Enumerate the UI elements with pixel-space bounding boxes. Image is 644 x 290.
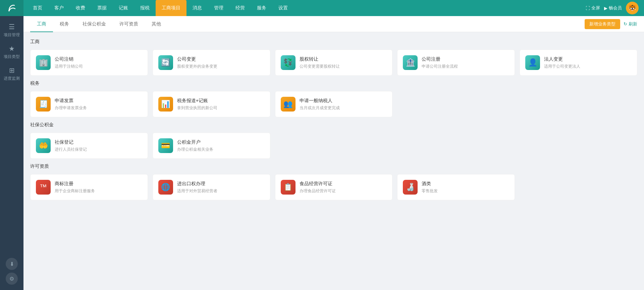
tab-bar: 工商税务社保公积金许可资质其他 新增业务类型 ↻ 刷新 [23, 16, 644, 32]
service-card-进出口权办理[interactable]: 🌐进出口权办理 适用于对外贸易经营者 [153, 174, 270, 200]
nav-menu: 首页客户收费票据记账报税工商项目消息管理经营服务设置 [23, 0, 586, 16]
nav-item-收费[interactable]: 收费 [70, 0, 91, 16]
card-text: 公司注销 适用于注销公司 [55, 56, 142, 69]
tab-许可资质[interactable]: 许可资质 [113, 16, 145, 32]
card-desc: 零售批发 [422, 188, 509, 194]
card-icon: 🍶 [403, 180, 418, 195]
sidebar-icon: ★ [9, 45, 15, 53]
service-card-食品经营许可证[interactable]: 📋食品经营许可证 办理食品经营许可证 [275, 174, 393, 200]
card-text: 公司变更 股权变更外的业务变更 [177, 56, 265, 69]
card-text: 法人变更 适用于公司变更法人 [544, 56, 632, 69]
card-title: 酒类 [422, 181, 509, 187]
card-text: 食品经营许可证 办理食品经营许可证 [300, 181, 387, 194]
sidebar-item-进度监测[interactable]: ⊞ 进度监测 [0, 63, 23, 85]
card-desc: 股权变更外的业务变更 [177, 64, 265, 69]
service-card-社保登记[interactable]: 🤲社保登记 进行人员社保登记 [30, 133, 148, 159]
card-title: 法人变更 [544, 56, 632, 62]
card-icon: 💱 [281, 55, 296, 70]
card-title: 申请一般纳税人 [300, 98, 387, 104]
card-text: 股权转让 公司变更需要股权转让 [300, 56, 387, 69]
card-desc: 申请公司注册全流程 [422, 64, 509, 69]
service-card-公司注册[interactable]: 🏦公司注册 申请公司注册全流程 [397, 50, 515, 76]
nav-item-客户[interactable]: 客户 [48, 0, 70, 16]
card-icon: 🌐 [158, 180, 173, 195]
nav-item-经营[interactable]: 经营 [229, 0, 251, 16]
service-card-股权转让[interactable]: 💱股权转让 公司变更需要股权转让 [275, 50, 393, 76]
nav-item-首页[interactable]: 首页 [27, 0, 48, 16]
card-desc: 适用于对外贸易经营者 [177, 188, 265, 194]
sidebar-label: 项目管理 [4, 32, 20, 38]
card-text: 税务报道+记账 拿到营业执照的新公司 [177, 98, 265, 111]
tab-税务[interactable]: 税务 [53, 16, 76, 32]
nav-item-设置[interactable]: 设置 [272, 0, 294, 16]
service-card-商标注册[interactable]: ™商标注册 用于企业商标注册服务 [30, 174, 148, 200]
sidebar-item-项目管理[interactable]: ☰ 项目管理 [0, 19, 23, 41]
nav-item-管理[interactable]: 管理 [208, 0, 229, 16]
card-title: 进出口权办理 [177, 181, 265, 187]
nav-item-消息[interactable]: 消息 [186, 0, 208, 16]
card-text: 公司注册 申请公司注册全流程 [422, 56, 509, 69]
section-许可资质: 许可资质™商标注册 用于企业商标注册服务🌐进出口权办理 适用于对外贸易经营者📋食… [30, 163, 637, 200]
service-card-申请一般纳税人[interactable]: 👥申请一般纳税人 当月或次月成变更完成 [275, 91, 393, 117]
card-title: 税务报道+记账 [177, 98, 265, 104]
card-desc: 拿到营业执照的新公司 [177, 105, 265, 111]
service-card-酒类[interactable]: 🍶酒类 零售批发 [397, 174, 515, 200]
app-logo[interactable] [0, 0, 23, 16]
member-label: 畅会员 [609, 5, 622, 11]
service-card-申请发票[interactable]: 🧾申请发票 办理申请发票业务 [30, 91, 148, 117]
card-title: 申请发票 [55, 98, 142, 104]
nav-item-服务[interactable]: 服务 [251, 0, 272, 16]
member-icon: ▶ [604, 6, 607, 11]
service-card-法人变更[interactable]: 👤法人变更 适用于公司变更法人 [520, 50, 637, 76]
section-title: 社保公积金 [30, 122, 637, 128]
settings-icon-button[interactable]: ⚙ [6, 273, 18, 285]
sidebar-item-项目类型[interactable]: ★ 项目类型 [0, 41, 23, 63]
cards-grid: 🏢公司注销 适用于注销公司🔄公司变更 股权变更外的业务变更💱股权转让 公司变更需… [30, 50, 637, 76]
card-desc: 进行人员社保登记 [55, 147, 142, 152]
card-text: 商标注册 用于企业商标注册服务 [55, 181, 142, 194]
card-desc: 办理公积金相关业务 [177, 147, 265, 152]
sidebar-icon: ⊞ [9, 66, 15, 74]
card-icon: 🏦 [403, 55, 418, 70]
cards-grid: 🤲社保登记 进行人员社保登记💳公积金开户 办理公积金相关业务 [30, 133, 637, 159]
card-icon: 📊 [158, 97, 173, 112]
section-税务: 税务🧾申请发票 办理申请发票业务📊税务报道+记账 拿到营业执照的新公司👥申请一般… [30, 80, 637, 117]
card-desc: 用于企业商标注册服务 [55, 188, 142, 194]
sidebar-label: 项目类型 [4, 54, 20, 60]
card-icon: 🧾 [36, 97, 51, 112]
nav-item-报税[interactable]: 报税 [134, 0, 156, 16]
sidebar-label: 进度监测 [4, 76, 20, 81]
fullscreen-button[interactable]: ⛶ 全屏 [586, 5, 600, 11]
top-navigation: 首页客户收费票据记账报税工商项目消息管理经营服务设置 ⛶ 全屏 ▶ 畅会员 🐯 [0, 0, 644, 16]
card-text: 社保登记 进行人员社保登记 [55, 139, 142, 152]
card-text: 公积金开户 办理公积金相关业务 [177, 139, 265, 152]
nav-item-票据[interactable]: 票据 [91, 0, 113, 16]
tab-其他[interactable]: 其他 [145, 16, 168, 32]
sidebar: ☰ 项目管理★ 项目类型⊞ 进度监测 ⬇ ⚙ [0, 16, 23, 290]
tab-工商[interactable]: 工商 [30, 16, 53, 32]
refresh-button[interactable]: ↻ 刷新 [624, 21, 637, 27]
content-scroll[interactable]: 工商🏢公司注销 适用于注销公司🔄公司变更 股权变更外的业务变更💱股权转让 公司变… [23, 32, 644, 290]
service-card-公积金开户[interactable]: 💳公积金开户 办理公积金相关业务 [153, 133, 270, 159]
mascot-avatar[interactable]: 🐯 [626, 2, 639, 14]
download-icon-button[interactable]: ⬇ [6, 258, 18, 270]
service-card-公司变更[interactable]: 🔄公司变更 股权变更外的业务变更 [153, 50, 270, 76]
card-desc: 办理申请发票业务 [55, 105, 142, 111]
nav-item-记账[interactable]: 记账 [113, 0, 134, 16]
card-text: 申请一般纳税人 当月或次月成变更完成 [300, 98, 387, 111]
add-type-button[interactable]: 新增业务类型 [585, 19, 620, 29]
card-desc: 公司变更需要股权转让 [300, 64, 387, 69]
card-title: 公司注册 [422, 56, 509, 62]
fullscreen-label: 全屏 [591, 5, 600, 11]
main-content: 工商税务社保公积金许可资质其他 新增业务类型 ↻ 刷新 工商🏢公司注销 适用于注… [23, 16, 644, 290]
svg-point-0 [8, 10, 10, 11]
nav-item-工商项目[interactable]: 工商项目 [156, 0, 186, 16]
section-社保公积金: 社保公积金🤲社保登记 进行人员社保登记💳公积金开户 办理公积金相关业务 [30, 122, 637, 159]
tab-社保公积金[interactable]: 社保公积金 [76, 16, 113, 32]
service-card-税务报道+记账[interactable]: 📊税务报道+记账 拿到营业执照的新公司 [153, 91, 270, 117]
service-card-公司注销[interactable]: 🏢公司注销 适用于注销公司 [30, 50, 148, 76]
card-icon: 📋 [281, 180, 296, 195]
card-icon: 👤 [525, 55, 540, 70]
card-desc: 办理食品经营许可证 [300, 188, 387, 194]
member-button[interactable]: ▶ 畅会员 [604, 5, 622, 11]
